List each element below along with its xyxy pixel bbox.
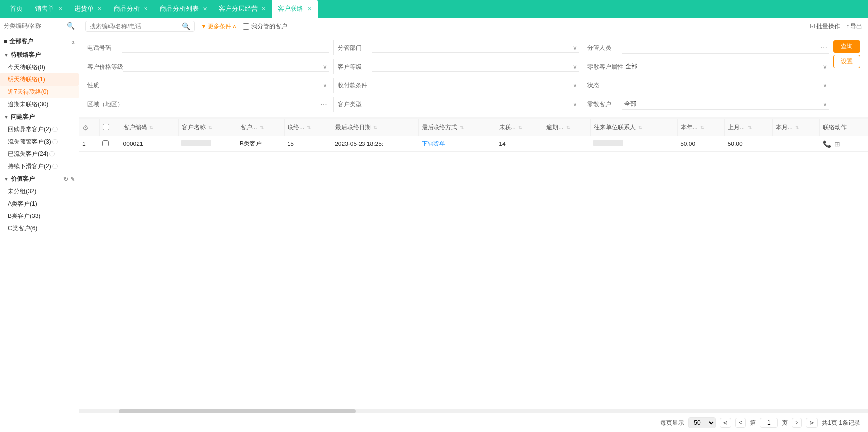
row-type: B类客户 (237, 136, 285, 152)
sidebar-item-overdue[interactable]: 逾期未联络(30) (0, 98, 79, 111)
col-overdue: 逾期... ⇅ (543, 119, 591, 136)
page-size-select[interactable]: 50 100 200 (688, 417, 716, 428)
nav-home[interactable]: 首页 (4, 0, 29, 18)
field-phone-input[interactable] (122, 43, 329, 53)
field-retail-customer: 零散客户 全部 ∨ (587, 99, 829, 110)
adv-filter-row-2: 客户价格等级 ∨ 客户等级 ∨ (87, 59, 829, 74)
settings-icon[interactable]: ⚙ (82, 124, 89, 132)
field-price-grade-select[interactable]: ∨ (123, 62, 329, 72)
query-button[interactable]: 查询 (833, 40, 860, 53)
row-action-phone-icon[interactable]: 📞 (823, 140, 831, 148)
sidebar-item-churned[interactable]: 已流失客户(24) ⓘ (0, 148, 79, 160)
batch-operation-btn[interactable]: ☑ 批量操作 (810, 22, 840, 31)
first-page-btn[interactable]: ⊲ (720, 418, 731, 428)
sidebar-item-declining[interactable]: 持续下滑客户(2) ⓘ (0, 160, 79, 173)
field-status-select[interactable]: ∨ (622, 81, 829, 90)
nav-sales-close[interactable]: ✕ (58, 6, 63, 12)
sidebar-group-value-triangle: ▼ (4, 176, 9, 182)
row-this-year: 50.00 (677, 136, 725, 152)
filter-my-customers[interactable]: 我分管的客户 (243, 22, 287, 31)
sidebar: 🔍 ■ 全部客户 « ▼ 待联络客户 今天待联络(0) 明天待联络(1) 近7天… (0, 18, 79, 432)
field-price-grade: 客户价格等级 ∨ (87, 62, 329, 72)
sidebar-item-ungrouped[interactable]: 未分组(32) (0, 185, 79, 198)
sidebar-group-pending-label: 待联络客户 (11, 51, 41, 59)
select-all-checkbox[interactable] (103, 124, 109, 130)
export-btn[interactable]: ↑ 导出 (846, 22, 862, 31)
filter-more-chevron: ∧ (232, 23, 237, 30)
nav-product-list-close[interactable]: ✕ (203, 6, 207, 12)
nav-customer-contact-close[interactable]: ✕ (307, 6, 312, 12)
nav-product-analysis[interactable]: 商品分析 ✕ (108, 0, 154, 18)
col-last-contact-date: 最后联络日期 ⇅ (332, 119, 418, 136)
col-code-sort: ⇅ (149, 125, 153, 130)
col-company-contact: 往来单位联系人 ⇅ (590, 119, 677, 136)
row-select-checkbox[interactable] (102, 140, 109, 146)
filter-search-icon[interactable]: 🔍 (182, 22, 190, 30)
col-uncontacted-sort: ⇅ (518, 125, 522, 130)
my-customers-checkbox[interactable] (243, 23, 249, 30)
field-payment-terms-select[interactable]: ∨ (372, 81, 579, 90)
main-layout: 🔍 ■ 全部客户 « ▼ 待联络客户 今天待联络(0) 明天待联络(1) 近7天… (0, 18, 868, 432)
nav-product-analysis-close[interactable]: ✕ (144, 6, 148, 12)
field-nature-select[interactable]: ∨ (122, 81, 329, 90)
filter-search-input[interactable] (90, 23, 182, 30)
sidebar-group-value-label: 价值客户 (11, 175, 35, 183)
nav-purchase-close[interactable]: ✕ (97, 6, 102, 12)
sidebar-item-repurchase-anomaly[interactable]: 回购异常客户(2) ⓘ (0, 123, 79, 136)
current-page-input[interactable] (760, 418, 778, 428)
content-area: 🔍 ▼ 更多条件 ∧ 我分管的客户 ☑ 批量操作 ↑ 导出 (79, 18, 868, 432)
next-page-btn[interactable]: > (792, 418, 802, 428)
sidebar-all-customers[interactable]: ■ 全部客户 « (0, 34, 79, 49)
row-action-grid-icon[interactable]: ⊞ (834, 140, 840, 148)
filter-bar: 🔍 ▼ 更多条件 ∧ 我分管的客户 ☑ 批量操作 ↑ 导出 (79, 18, 868, 35)
sidebar-search-icon[interactable]: 🔍 (67, 22, 75, 30)
set-button[interactable]: 设置 (833, 55, 860, 68)
sidebar-value-refresh-icon[interactable]: ↻ (63, 176, 68, 183)
col-action: 联络动作 (820, 119, 868, 136)
field-region-select[interactable]: ··· (123, 99, 329, 110)
filter-more-label: 更多条件 (208, 22, 231, 31)
sidebar-search-bar: 🔍 (0, 18, 79, 34)
row-method-link[interactable]: 下销货单 (422, 140, 445, 147)
field-retail-customer-label: 零散客户 (587, 100, 622, 109)
field-customer-type-label: 客户类型 (338, 100, 372, 109)
sidebar-item-churn-warning-help: ⓘ (52, 138, 58, 145)
field-customer-type-select[interactable]: ∨ (372, 100, 579, 109)
table-header-row: ⚙ 客户编码 ⇅ 客户名称 ⇅ 客户... ⇅ 联络... ⇅ 最后联络日期 ⇅… (79, 119, 868, 136)
nav-sales[interactable]: 销售单 ✕ (29, 0, 69, 18)
nav-purchase[interactable]: 进货单 ✕ (69, 0, 108, 18)
table-footer: 每页显示 50 100 200 ⊲ < 第 页 > ⊳ 共1页 1条记录 (79, 413, 868, 432)
sidebar-item-today[interactable]: 今天待联络(0) (0, 61, 79, 73)
sidebar-item-b-class[interactable]: B类客户(33) (0, 210, 79, 222)
sidebar-item-repurchase-label: 回购异常客户(2) (8, 125, 51, 134)
last-page-btn[interactable]: ⊳ (806, 418, 818, 428)
field-manager-dots: ··· (821, 43, 827, 52)
field-retail-attr-select[interactable]: 全部 ∨ (623, 61, 829, 72)
field-dept-select[interactable]: ∨ (372, 43, 579, 53)
horizontal-scrollbar[interactable] (79, 409, 868, 413)
nav-customer-tier-close[interactable]: ✕ (261, 6, 266, 12)
sidebar-search-input[interactable] (4, 22, 67, 29)
field-customer-grade-label: 客户等级 (338, 63, 372, 71)
field-manager-select[interactable]: ··· (622, 42, 829, 54)
export-icon: ↑ (846, 23, 849, 30)
col-settings[interactable]: ⚙ (79, 119, 99, 136)
filter-more-btn[interactable]: ▼ 更多条件 ∧ (201, 22, 237, 31)
sidebar-item-tomorrow[interactable]: 明天待联络(1) (0, 73, 79, 86)
field-customer-grade-select[interactable]: ∨ (372, 62, 579, 72)
nav-product-analysis-list[interactable]: 商品分析列表 ✕ (154, 0, 213, 18)
sidebar-item-7days[interactable]: 近7天待联络(0) (0, 86, 79, 98)
sidebar-item-a-class[interactable]: A类客户(1) (0, 198, 79, 210)
nav-customer-contact[interactable]: 客户联络 ✕ (272, 0, 318, 18)
sidebar-value-edit-icon[interactable]: ✎ (70, 176, 75, 183)
sidebar-item-c-class[interactable]: C类客户(6) (0, 222, 79, 235)
field-retail-attr-value: 全部 (625, 62, 637, 71)
sidebar-item-churn-warning[interactable]: 流失预警客户(3) ⓘ (0, 136, 79, 148)
field-phone-label: 电话号码 (87, 44, 122, 52)
sidebar-item-declining-label: 持续下滑客户(2) (8, 162, 51, 171)
prev-page-btn[interactable]: < (735, 418, 746, 428)
nav-customer-tier[interactable]: 客户分层经营 ✕ (213, 0, 272, 18)
field-retail-customer-select[interactable]: 全部 ∨ (622, 99, 829, 110)
field-customer-type: 客户类型 ∨ (338, 100, 579, 109)
sidebar-collapse-icon[interactable]: « (71, 38, 75, 46)
